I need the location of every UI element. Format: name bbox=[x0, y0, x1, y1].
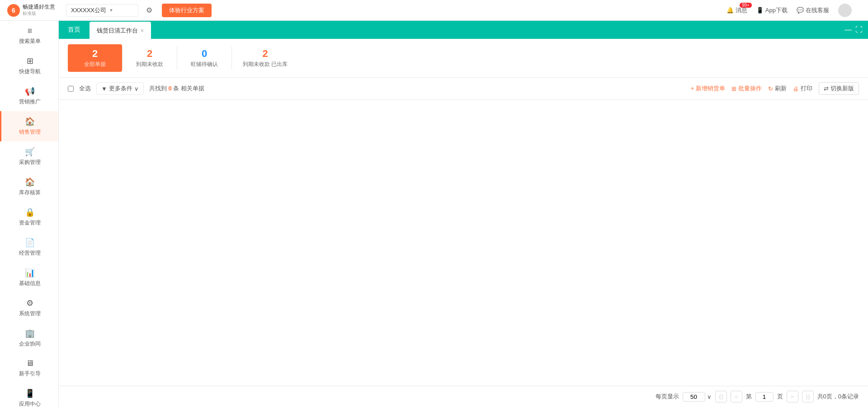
sidebar-item-purchase[interactable]: 🛒 采购管理 bbox=[0, 141, 58, 172]
stat-all-count: 2 bbox=[79, 48, 111, 60]
logo-text-line1: 畅捷通好生意 bbox=[23, 4, 55, 11]
stat-overdue-out-count: 2 bbox=[243, 48, 288, 60]
switch-label: 切换新版 bbox=[830, 84, 854, 93]
stat-card-all[interactable]: 2 全部单据 bbox=[68, 44, 122, 72]
message-badge: 99+ bbox=[740, 3, 752, 8]
quick-nav-icon: ⊞ bbox=[27, 56, 33, 66]
sidebar-item-guide[interactable]: 🖥 新手引导 bbox=[0, 353, 58, 383]
sidebar-label-operation: 经营管理 bbox=[19, 249, 41, 257]
operation-icon: 📄 bbox=[25, 238, 35, 248]
tab-active[interactable]: 钱货日清工作台 × bbox=[90, 22, 151, 40]
minimize-icon[interactable]: — bbox=[844, 26, 852, 34]
sidebar-label-marketing: 营销推广 bbox=[19, 98, 41, 106]
gear-icon: ⚙ bbox=[146, 6, 152, 14]
page-size-selector[interactable]: ∨ bbox=[683, 392, 712, 402]
prev-page-button[interactable]: ＜ bbox=[731, 391, 742, 402]
sidebar-item-sales[interactable]: 🏠 销售管理 bbox=[0, 111, 58, 141]
print-icon: 🖨 bbox=[793, 85, 799, 92]
current-page-input[interactable] bbox=[755, 392, 774, 402]
table-area bbox=[59, 100, 868, 386]
sales-icon: 🏠 bbox=[25, 117, 35, 126]
tab-bar-actions: — ⛶ bbox=[844, 26, 868, 34]
sidebar-item-search-menu[interactable]: ≡ 搜索菜单 bbox=[0, 21, 58, 51]
tab-home[interactable]: 首页 bbox=[59, 21, 90, 39]
sidebar: ≡ 搜索菜单 ⊞ 快捷导航 📢 营销推广 🏠 销售管理 🛒 采购管理 🏠 库存核… bbox=[0, 21, 59, 407]
first-page-button[interactable]: ⟨⟨ bbox=[715, 391, 727, 402]
finance-icon: 🔒 bbox=[25, 207, 35, 217]
header-right: 🔔 消息 99+ 📱 App下载 💬 在线客服 bbox=[726, 4, 861, 17]
sidebar-item-base-info[interactable]: 📊 基础信息 bbox=[0, 262, 58, 293]
sidebar-label-app-center: 应用中心 bbox=[19, 400, 41, 407]
app-download-button[interactable]: 📱 App下载 bbox=[756, 6, 788, 14]
stat-card-pending[interactable]: 0 旺辅待确认 bbox=[177, 44, 231, 72]
page-label: 第 bbox=[746, 393, 752, 401]
marketing-icon: 📢 bbox=[25, 86, 35, 96]
trial-button[interactable]: 体验行业方案 bbox=[162, 4, 212, 17]
tab-label: 钱货日清工作台 bbox=[97, 27, 138, 35]
sidebar-item-inventory[interactable]: 🏠 库存核算 bbox=[0, 172, 58, 202]
sidebar-label-quick-nav: 快捷导航 bbox=[19, 68, 41, 75]
sidebar-label-search-menu: 搜索菜单 bbox=[19, 37, 41, 45]
tab-close-icon[interactable]: × bbox=[141, 28, 144, 34]
found-unit: 条 bbox=[173, 85, 179, 92]
batch-label: 批量操作 bbox=[738, 84, 762, 93]
sidebar-item-marketing[interactable]: 📢 营销推广 bbox=[0, 81, 58, 111]
online-service-button[interactable]: 💬 在线客服 bbox=[797, 6, 829, 14]
stat-card-overdue-out[interactable]: 2 到期未收款 已出库 bbox=[232, 44, 298, 72]
print-label: 打印 bbox=[801, 84, 812, 93]
page-content: 2 全部单据 2 到期未收款 0 旺辅待确认 2 到期未收款 已出库 bbox=[59, 39, 868, 407]
sidebar-label-purchase: 采购管理 bbox=[19, 159, 41, 166]
new-order-button[interactable]: + 新增销货单 bbox=[691, 84, 725, 93]
sidebar-item-corp[interactable]: 🏢 企业协同 bbox=[0, 323, 58, 353]
sidebar-label-inventory: 库存核算 bbox=[19, 189, 41, 196]
page-unit: 页 bbox=[777, 393, 783, 401]
filter-button[interactable]: ▼ 更多条件 ∨ bbox=[96, 82, 144, 95]
logo-area: 6 畅捷通好生意 标准版 bbox=[7, 4, 66, 17]
switch-version-button[interactable]: ⇄ 切换新版 bbox=[819, 82, 859, 95]
purchase-icon: 🛒 bbox=[25, 147, 35, 157]
sidebar-item-system[interactable]: ⚙ 系统管理 bbox=[0, 293, 58, 323]
page-size-input[interactable] bbox=[683, 392, 705, 402]
next-page-button[interactable]: ＞ bbox=[787, 391, 798, 402]
logo-text: 畅捷通好生意 标准版 bbox=[23, 4, 55, 17]
bell-icon: 🔔 bbox=[726, 7, 734, 14]
refresh-button[interactable]: ↻ 刷新 bbox=[768, 84, 787, 93]
main-layout: ≡ 搜索菜单 ⊞ 快捷导航 📢 营销推广 🏠 销售管理 🛒 采购管理 🏠 库存核… bbox=[0, 21, 868, 407]
sidebar-label-guide: 新手引导 bbox=[19, 370, 41, 378]
sidebar-label-corp: 企业协同 bbox=[19, 340, 41, 348]
app-download-label: App下载 bbox=[765, 6, 788, 14]
stat-card-overdue[interactable]: 2 到期未收款 bbox=[123, 44, 177, 72]
select-all-checkbox[interactable] bbox=[68, 86, 74, 92]
sidebar-item-finance[interactable]: 🔒 资金管理 bbox=[0, 202, 58, 232]
sidebar-label-system: 系统管理 bbox=[19, 310, 41, 318]
inventory-icon: 🏠 bbox=[25, 177, 35, 187]
sidebar-label-finance: 资金管理 bbox=[19, 219, 41, 227]
maximize-icon[interactable]: ⛶ bbox=[855, 26, 863, 34]
per-page-chevron-icon: ∨ bbox=[707, 393, 712, 400]
user-avatar[interactable] bbox=[838, 4, 852, 17]
settings-icon-button[interactable]: ⚙ bbox=[142, 3, 156, 18]
found-count: 0 bbox=[169, 85, 172, 92]
per-page-label: 每页显示 bbox=[656, 393, 679, 401]
last-page-button[interactable]: ⟩⟩ bbox=[802, 391, 814, 402]
toolbar-right: + 新增销货单 ⊞ 批量操作 ↻ 刷新 🖨 打印 ⇄ bbox=[691, 82, 859, 95]
stat-overdue-count: 2 bbox=[133, 48, 166, 60]
message-button[interactable]: 🔔 消息 99+ bbox=[726, 6, 747, 14]
logo-icon: 6 bbox=[7, 4, 20, 17]
filter-chevron-icon: ∨ bbox=[134, 85, 139, 92]
pagination: 每页显示 ∨ ⟨⟨ ＜ 第 页 ＞ ⟩⟩ 共0页，0条记录 bbox=[59, 386, 868, 407]
app-center-icon: 📱 bbox=[25, 388, 35, 398]
stat-all-label: 全部单据 bbox=[79, 61, 111, 68]
found-prefix: 共找到 bbox=[149, 85, 167, 92]
company-selector[interactable]: XXXXXX公司 ▼ bbox=[66, 4, 138, 17]
sidebar-item-operation[interactable]: 📄 经营管理 bbox=[0, 232, 58, 262]
batch-operation-button[interactable]: ⊞ 批量操作 bbox=[731, 84, 762, 93]
sidebar-item-app-center[interactable]: 📱 应用中心 bbox=[0, 383, 58, 407]
sidebar-item-quick-nav[interactable]: ⊞ 快捷导航 bbox=[0, 51, 58, 81]
stat-pending-count: 0 bbox=[188, 48, 221, 60]
tab-bar: 首页 钱货日清工作台 × — ⛶ bbox=[59, 21, 868, 39]
print-button[interactable]: 🖨 打印 bbox=[793, 84, 812, 93]
found-suffix: 相关单据 bbox=[181, 85, 204, 92]
online-service-label: 在线客服 bbox=[806, 6, 829, 14]
sidebar-label-base-info: 基础信息 bbox=[19, 280, 41, 287]
